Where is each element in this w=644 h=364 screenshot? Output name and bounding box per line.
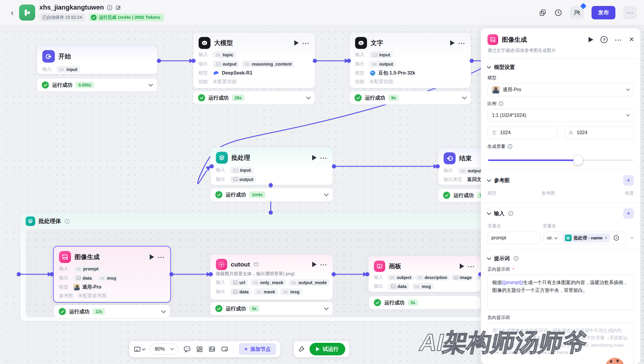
panel-subtitle: 通过文字描述/添加参考图生成图片 [487, 48, 634, 53]
play-icon[interactable] [312, 155, 317, 160]
param-badge: str.input [57, 66, 80, 73]
play-icon[interactable] [450, 40, 455, 46]
collaborators-button[interactable] [570, 6, 584, 19]
settings-hex-icon[interactable] [613, 234, 620, 241]
quality-label: 生成质量 [487, 144, 634, 149]
section-prompt[interactable]: 提示词 [487, 255, 634, 262]
chevron-down-icon[interactable] [462, 95, 467, 100]
width-field[interactable]: 宽1024 [487, 126, 557, 139]
more-icon[interactable]: ··· [320, 261, 327, 268]
play-icon [316, 347, 320, 351]
image-upload-icon[interactable] [208, 346, 216, 353]
node-image-generation[interactable]: 图像生成 ··· 输入 str.prompt 输出 data str.msg 模… [53, 246, 171, 303]
remove-reference-icon[interactable]: × [605, 235, 607, 241]
components-icon[interactable] [196, 346, 203, 353]
quality-slider[interactable] [488, 155, 633, 165]
play-icon[interactable] [294, 40, 299, 46]
node-batch[interactable]: 批处理 ··· 输入 {()}input 输出 output [210, 147, 333, 185]
slider-thumb[interactable] [573, 155, 583, 165]
zoom-select[interactable]: 80% [150, 343, 178, 355]
help-icon[interactable]: ? [600, 36, 608, 43]
node-title: 批处理 [231, 154, 250, 162]
param-badge: str.name [476, 275, 480, 281]
node-cutout[interactable]: cutout ··· 保留图片前景主体，输出透明背景(.png) 输入 url … [210, 254, 333, 300]
add-node-button[interactable]: + 添加节点 [239, 343, 276, 355]
chevron-down-icon [487, 64, 491, 69]
node-llm[interactable]: 大模型 ··· 输入 str.topic 输出 {()}output str.r… [193, 32, 315, 88]
comment-icon[interactable] [183, 346, 191, 353]
minimap-icon[interactable] [134, 346, 145, 353]
image-type-icon [233, 280, 238, 285]
llm-icon [355, 37, 367, 49]
positive-prompt-textarea[interactable]: 根据{{prompt}}生成一个只有主体图案的内容，温暖治愈系插画，图像的主题位… [487, 275, 634, 310]
run-status-batch[interactable]: 运行成功1m4s [210, 188, 333, 202]
variable-reference-tag[interactable]: 批处理 - name × [562, 233, 610, 242]
node-title: 结束 [459, 154, 472, 162]
negative-prompt-label: 负向提示词 [487, 315, 634, 320]
publish-button[interactable]: 发布 [592, 6, 615, 19]
param-badge: int.output_mode [289, 279, 329, 286]
wrench-icon[interactable] [298, 346, 305, 353]
param-badge: image [451, 275, 474, 281]
section-model-settings[interactable]: 模型设置 [487, 63, 634, 71]
image-generation-icon [487, 34, 498, 45]
play-icon[interactable] [150, 254, 154, 260]
info-icon[interactable] [107, 5, 112, 10]
add-input-button[interactable]: + [623, 208, 634, 219]
section-reference-image[interactable]: 参考图 + [487, 175, 634, 186]
chevron-down-icon[interactable] [161, 309, 166, 313]
more-icon[interactable]: ··· [320, 155, 327, 161]
play-icon[interactable] [589, 37, 593, 42]
run-status-text[interactable]: 运行成功9s [349, 91, 471, 105]
node-text[interactable]: 文字 ··· 输入 {()}input 输出 str.output 模型 豆包·… [349, 32, 471, 88]
type-select[interactable]: str. [547, 235, 557, 241]
object-type-icon: {()} [216, 62, 221, 66]
run-status-llm[interactable]: 运行成功28s [193, 91, 315, 105]
node-start[interactable]: 开始 输入 str.input [37, 45, 157, 74]
chevron-down-icon[interactable] [324, 192, 329, 196]
chevron-down-icon[interactable] [324, 306, 329, 310]
more-icon[interactable]: ··· [615, 37, 622, 43]
variable-name-input[interactable] [487, 232, 541, 244]
node-title: 图像生成 [75, 253, 100, 261]
remove-input-button[interactable]: − [630, 234, 634, 242]
add-reference-button[interactable]: + [623, 175, 634, 186]
param-badge: str.msg [97, 275, 119, 281]
ratio-select[interactable]: 1:1 (1024*1024) [487, 109, 634, 122]
image-type-icon [233, 289, 238, 294]
close-icon[interactable]: × [629, 36, 634, 43]
more-icon[interactable]: ··· [158, 254, 165, 260]
more-icon[interactable]: ··· [302, 40, 309, 46]
model-avatar [73, 284, 80, 290]
export-canvas-icon[interactable] [221, 346, 228, 353]
node-board[interactable]: 画板 ··· 输入 str.subject str.description im… [368, 256, 481, 292]
node-title: 开始 [58, 52, 71, 61]
object-type-icon: {()} [233, 168, 239, 173]
chevron-down-icon [626, 113, 630, 117]
play-icon[interactable] [460, 264, 464, 269]
more-icon[interactable]: ··· [458, 40, 465, 46]
history-icon[interactable] [554, 9, 562, 17]
model-avatar [492, 86, 500, 94]
run-status-badge[interactable]: 运行完成 1m44s | 2992 Tokens [89, 14, 164, 21]
node-title: 画板 [389, 262, 401, 270]
height-field[interactable]: 高1024 [564, 126, 634, 139]
chevron-down-icon[interactable] [306, 95, 311, 100]
run-status-start[interactable]: 运行成功0.000s [37, 78, 157, 92]
more-menu-button[interactable]: ··· [623, 6, 637, 19]
back-icon[interactable]: ‹ [11, 8, 14, 17]
variable-value-control[interactable]: str. 批处理 - name × [544, 232, 626, 244]
image-list-type-icon [233, 177, 238, 182]
run-status-image-generation[interactable]: 运行成功12s [54, 305, 170, 318]
duplicate-icon[interactable] [539, 9, 547, 16]
section-input[interactable]: 输入 + [487, 208, 634, 219]
test-run-button[interactable]: 试运行 [309, 343, 345, 355]
edit-icon[interactable] [115, 5, 121, 10]
model-select[interactable]: 通用-Pro [487, 83, 634, 96]
chevron-down-icon[interactable] [148, 82, 153, 87]
play-icon[interactable] [312, 262, 317, 267]
more-icon[interactable]: ··· [468, 263, 475, 269]
run-status-cutout[interactable]: 运行成功3s [210, 302, 333, 315]
info-icon[interactable] [64, 219, 70, 224]
run-status-board[interactable]: 运行成功3s [369, 296, 481, 309]
